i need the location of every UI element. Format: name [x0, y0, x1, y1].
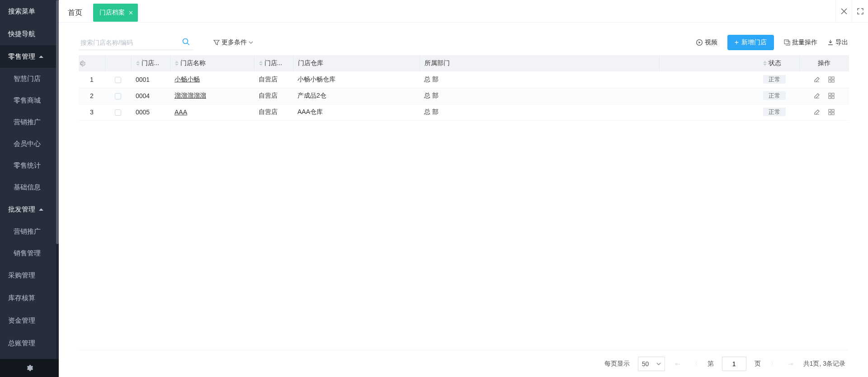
col-name[interactable]: 门店名称 — [170, 55, 254, 71]
more-filters-button[interactable]: 更多条件 — [213, 38, 253, 47]
sidebar-quick-nav[interactable]: 快捷导航 — [0, 23, 59, 45]
row-index: 3 — [79, 104, 105, 120]
filter-icon — [213, 39, 220, 46]
pagesize-label: 每页显示 — [604, 360, 630, 368]
edit-button[interactable] — [814, 76, 820, 83]
row-index: 2 — [79, 88, 105, 104]
pagination-bar: 每页显示 50 ⇤ 〈 第 页 〉 ⇥ 共1页, 3条记录 — [79, 350, 848, 377]
table-row: 30005AAA自营店AAA仓库总 部正常 — [79, 104, 849, 120]
col-type[interactable]: 门店... — [254, 55, 293, 71]
col-checkbox — [105, 55, 131, 71]
main: 首页 门店档案 ✕ — [59, 0, 868, 377]
edit-button[interactable] — [814, 93, 820, 99]
search-input[interactable] — [79, 35, 193, 50]
svg-rect-8 — [832, 93, 834, 95]
cell-type: 自营店 — [254, 104, 293, 120]
page-last-button[interactable]: ⇥ — [786, 360, 795, 368]
col-code[interactable]: 门店... — [131, 55, 170, 71]
col-warehouse: 门店仓库 — [293, 55, 420, 71]
row-checkbox[interactable] — [105, 104, 131, 120]
cell-type: 自营店 — [254, 71, 293, 88]
svg-rect-12 — [832, 109, 834, 112]
cell-warehouse: 产成品2仓 — [293, 88, 420, 104]
export-button[interactable]: 导出 — [827, 38, 848, 47]
svg-rect-7 — [829, 93, 831, 95]
cell-ops — [799, 104, 849, 120]
tab-store-archive[interactable]: 门店档案 ✕ — [93, 4, 138, 22]
row-index: 1 — [79, 71, 105, 88]
page-next-button[interactable]: 〉 — [769, 360, 778, 368]
export-icon — [827, 39, 834, 46]
sidebar-finance[interactable]: 资金管理 — [0, 309, 59, 332]
close-icon — [841, 8, 847, 14]
sidebar-ledger[interactable]: 总账管理 — [0, 332, 59, 354]
column-settings-button[interactable] — [79, 55, 105, 71]
sidebar-wholesale-marketing[interactable]: 营销推广 — [0, 221, 59, 242]
col-status[interactable]: 状态 — [659, 55, 799, 71]
chevron-down-icon — [656, 362, 661, 366]
sidebar-wholesale-sales[interactable]: 销售管理 — [0, 242, 59, 264]
cell-dept: 总 部 — [420, 104, 659, 120]
close-icon[interactable]: ✕ — [128, 9, 133, 16]
sidebar-search-menu[interactable]: 搜索菜单 — [0, 0, 59, 23]
add-store-button[interactable]: + 新增门店 — [727, 35, 774, 50]
fullscreen-icon — [857, 8, 863, 14]
row-checkbox[interactable] — [105, 88, 131, 104]
sidebar-inventory[interactable]: 库存核算 — [0, 287, 59, 309]
pagesize-select[interactable]: 50 — [638, 357, 665, 371]
cell-ops — [799, 71, 849, 88]
more-button[interactable] — [828, 109, 835, 115]
svg-rect-3 — [829, 77, 831, 79]
sidebar-wholesale[interactable]: 批发管理 — [0, 198, 59, 221]
page-input[interactable] — [722, 357, 746, 371]
sidebar-retail-base[interactable]: 基础信息 — [0, 176, 59, 198]
svg-rect-5 — [829, 80, 831, 82]
tab-label: 门店档案 — [99, 9, 125, 17]
page-prev-button[interactable]: 〈 — [690, 360, 699, 368]
cell-warehouse: 小畅小畅仓库 — [293, 71, 420, 88]
edit-button[interactable] — [814, 109, 820, 115]
sidebar-purchase[interactable]: 采购管理 — [0, 264, 59, 287]
video-button[interactable]: 视频 — [696, 38, 717, 47]
page-first-button[interactable]: ⇤ — [673, 360, 682, 368]
row-checkbox[interactable] — [105, 71, 131, 88]
col-ops: 操作 — [799, 55, 849, 71]
batch-icon — [784, 39, 790, 46]
cell-name[interactable]: AAA — [170, 104, 254, 120]
page-suffix: 页 — [755, 360, 761, 368]
more-button[interactable] — [828, 93, 835, 99]
cell-name[interactable]: 溜溜溜溜溜 — [170, 88, 254, 104]
sidebar-retail[interactable]: 零售管理 — [0, 45, 59, 68]
sidebar-scrollbar[interactable] — [56, 0, 59, 359]
page-summary: 共1页, 3条记录 — [803, 360, 845, 368]
col-dept: 所属部门 — [420, 55, 659, 71]
sidebar-retail-marketing[interactable]: 营销推广 — [0, 111, 59, 133]
chevron-down-icon — [249, 40, 253, 45]
search-icon[interactable] — [182, 38, 191, 47]
page-prefix: 第 — [708, 360, 714, 368]
sidebar-retail-stats[interactable]: 零售统计 — [0, 155, 59, 176]
gear-icon — [25, 364, 33, 372]
svg-rect-14 — [832, 113, 834, 115]
svg-rect-6 — [832, 80, 834, 82]
sidebar-retail-smart-store[interactable]: 智慧门店 — [0, 68, 59, 90]
cell-type: 自营店 — [254, 88, 293, 104]
close-all-button[interactable] — [835, 0, 852, 23]
cell-code: 0004 — [131, 88, 170, 104]
table-row: 10001小畅小畅自营店小畅小畅仓库总 部正常 — [79, 71, 849, 88]
play-icon — [696, 39, 703, 46]
svg-rect-10 — [832, 96, 834, 99]
cell-status: 正常 — [659, 71, 799, 88]
cell-name[interactable]: 小畅小畅 — [170, 71, 254, 88]
sidebar-retail-mall[interactable]: 零售商城 — [0, 90, 59, 111]
batch-ops-button[interactable]: 批量操作 — [784, 38, 817, 47]
fullscreen-button[interactable] — [852, 0, 868, 23]
cell-dept: 总 部 — [420, 71, 659, 88]
tab-home[interactable]: 首页 — [59, 4, 91, 22]
svg-point-0 — [183, 39, 188, 44]
cell-code: 0001 — [131, 71, 170, 88]
sidebar-retail-member[interactable]: 会员中心 — [0, 133, 59, 155]
tab-bar: 首页 门店档案 ✕ — [59, 0, 868, 23]
more-button[interactable] — [828, 76, 835, 83]
sidebar-settings-button[interactable] — [0, 359, 59, 377]
